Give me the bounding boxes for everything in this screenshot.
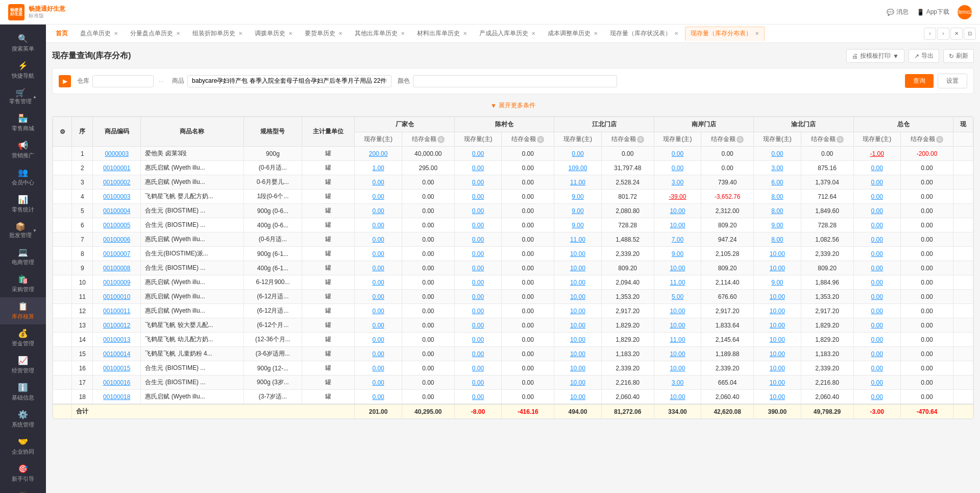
message-btn[interactable]: 💬 消息	[887, 8, 909, 16]
tab-other-out[interactable]: 其他出库单历史 ✕	[349, 27, 410, 41]
cell-jb-qty[interactable]: 10.00	[554, 304, 601, 318]
sidebar-item-stats[interactable]: 📊 零售统计	[0, 191, 46, 218]
cell-c-qty[interactable]: 0.00	[454, 218, 501, 232]
sidebar-item-retail[interactable]: 🛒 零售管理 ▲	[0, 84, 46, 109]
cell-yb-qty[interactable]: 3.00	[754, 161, 801, 175]
tab-next-btn[interactable]: ›	[937, 28, 949, 40]
cell-yb-qty[interactable]: 10.00	[754, 333, 801, 347]
sidebar-item-collab[interactable]: 🤝 企业协同	[0, 433, 46, 460]
cell-total-qty[interactable]: 0.00	[853, 247, 900, 261]
cell-code[interactable]: 00100010	[93, 290, 141, 304]
info-icon[interactable]: ①	[837, 136, 844, 143]
expand-conditions-btn[interactable]: ▼ 展开更多条件	[486, 99, 540, 112]
tab-prev-btn[interactable]: ‹	[924, 28, 936, 40]
cell-c-qty[interactable]: 0.00	[454, 232, 501, 247]
cell-yb-qty[interactable]: 9.00	[754, 218, 801, 232]
cell-yb-qty[interactable]: 6.00	[754, 175, 801, 190]
cell-total-qty[interactable]: 0.00	[853, 347, 900, 361]
cell-total-qty[interactable]: 0.00	[853, 290, 900, 304]
cell-f-qty[interactable]: 0.00	[355, 190, 402, 204]
cell-total-qty[interactable]: 0.00	[853, 232, 900, 247]
cell-yb-qty[interactable]: 10.00	[754, 375, 801, 390]
cell-code[interactable]: 00100012	[93, 318, 141, 333]
info-icon[interactable]: ①	[737, 136, 744, 143]
cell-code[interactable]: 00100016	[93, 375, 141, 390]
close-icon[interactable]: ✕	[401, 31, 405, 36]
tab-production-in[interactable]: 产成品入库单历史 ✕	[474, 27, 541, 41]
info-icon[interactable]: ①	[637, 136, 644, 143]
cell-code[interactable]: 00100009	[93, 275, 141, 290]
cell-c-qty[interactable]: 0.00	[454, 147, 501, 161]
sidebar-item-business[interactable]: 📈 经营管理	[0, 351, 46, 379]
cell-c-qty[interactable]: 0.00	[454, 175, 501, 190]
cell-c-qty[interactable]: 0.00	[454, 204, 501, 218]
cell-na-qty[interactable]: 10.00	[654, 347, 701, 361]
cell-c-qty[interactable]: 0.00	[454, 247, 501, 261]
cell-na-qty[interactable]: 9.00	[654, 247, 701, 261]
close-icon[interactable]: ✕	[288, 31, 292, 36]
cell-f-qty[interactable]: 0.00	[355, 275, 402, 290]
sidebar-item-finance[interactable]: 💰 资金管理	[0, 324, 46, 351]
refresh-btn[interactable]: ↻ 刷新	[943, 49, 974, 63]
user-avatar[interactable]: demo2	[958, 5, 972, 19]
cell-code[interactable]: 00100008	[93, 261, 141, 275]
close-icon[interactable]: ✕	[176, 31, 180, 36]
tab-inventory-dist[interactable]: 现存量（库存分布表） ✕	[685, 27, 765, 41]
cell-jb-qty[interactable]: 10.00	[554, 361, 601, 375]
info-icon[interactable]: ①	[437, 136, 445, 143]
cell-jb-qty[interactable]: 11.00	[554, 175, 601, 190]
cell-code[interactable]: 00100006	[93, 232, 141, 247]
cell-c-qty[interactable]: 0.00	[454, 375, 501, 390]
tab-inventory-status[interactable]: 现存量（库存状况表） ✕	[604, 27, 684, 41]
cell-f-qty[interactable]: 0.00	[355, 290, 402, 304]
cell-code[interactable]: 00100003	[93, 190, 141, 204]
sidebar-item-wholesale[interactable]: 📦 批发管理 ▼	[0, 218, 46, 243]
cell-na-qty[interactable]: 0.00	[654, 147, 701, 161]
cell-jb-qty[interactable]: 10.00	[554, 275, 601, 290]
cell-total-qty[interactable]: 0.00	[853, 218, 900, 232]
cell-total-qty[interactable]: 0.00	[853, 275, 900, 290]
cell-yb-qty[interactable]: 10.00	[754, 347, 801, 361]
cell-jb-qty[interactable]: 10.00	[554, 347, 601, 361]
cell-c-qty[interactable]: 0.00	[454, 347, 501, 361]
sidebar-item-basic[interactable]: ℹ️ 基础信息	[0, 379, 46, 406]
cell-jb-qty[interactable]: 10.00	[554, 375, 601, 390]
cell-na-qty[interactable]: 7.00	[654, 232, 701, 247]
cell-c-qty[interactable]: 0.00	[454, 390, 501, 405]
cell-na-qty[interactable]: 11.00	[654, 275, 701, 290]
color-input[interactable]	[413, 75, 617, 87]
cell-na-qty[interactable]: 10.00	[654, 218, 701, 232]
tab-home[interactable]: 首页	[50, 27, 74, 41]
cell-c-qty[interactable]: 0.00	[454, 318, 501, 333]
close-icon[interactable]: ✕	[594, 31, 598, 36]
cell-total-qty[interactable]: 0.00	[853, 204, 900, 218]
warehouse-input[interactable]	[92, 75, 154, 87]
cell-total-qty[interactable]: 0.00	[853, 318, 900, 333]
sidebar-item-members[interactable]: 👥 会员中心	[0, 163, 46, 191]
cell-yb-qty[interactable]: 10.00	[754, 361, 801, 375]
cell-total-qty[interactable]: 0.00	[853, 161, 900, 175]
cell-total-qty[interactable]: -1.00	[853, 147, 900, 161]
cell-yb-qty[interactable]: 10.00	[754, 261, 801, 275]
cell-code[interactable]: 00100013	[93, 333, 141, 347]
search-btn[interactable]: 查询	[905, 74, 934, 88]
cell-jb-qty[interactable]: 9.00	[554, 190, 601, 204]
cell-f-qty[interactable]: 0.00	[355, 247, 402, 261]
tab-split-stockcount[interactable]: 分量盘点单历史 ✕	[125, 27, 186, 41]
cell-f-qty[interactable]: 0.00	[355, 347, 402, 361]
cell-total-qty[interactable]: 0.00	[853, 361, 900, 375]
cell-na-qty[interactable]: 11.00	[654, 333, 701, 347]
cell-yb-qty[interactable]: 0.00	[754, 147, 801, 161]
cell-na-qty[interactable]: 10.00	[654, 304, 701, 318]
close-icon[interactable]: ✕	[338, 31, 342, 36]
tab-cost-adjust[interactable]: 成本调整单历史 ✕	[542, 27, 603, 41]
cell-f-qty[interactable]: 0.00	[355, 175, 402, 190]
cell-na-qty[interactable]: 10.00	[654, 204, 701, 218]
tab-transfer[interactable]: 调拨单历史 ✕	[249, 27, 298, 41]
cell-c-qty[interactable]: 0.00	[454, 290, 501, 304]
cell-f-qty[interactable]: 0.00	[355, 390, 402, 405]
cell-total-qty[interactable]: 0.00	[853, 333, 900, 347]
cell-total-qty[interactable]: 0.00	[853, 375, 900, 390]
cell-code[interactable]: 00100014	[93, 347, 141, 361]
cell-f-qty[interactable]: 0.00	[355, 204, 402, 218]
